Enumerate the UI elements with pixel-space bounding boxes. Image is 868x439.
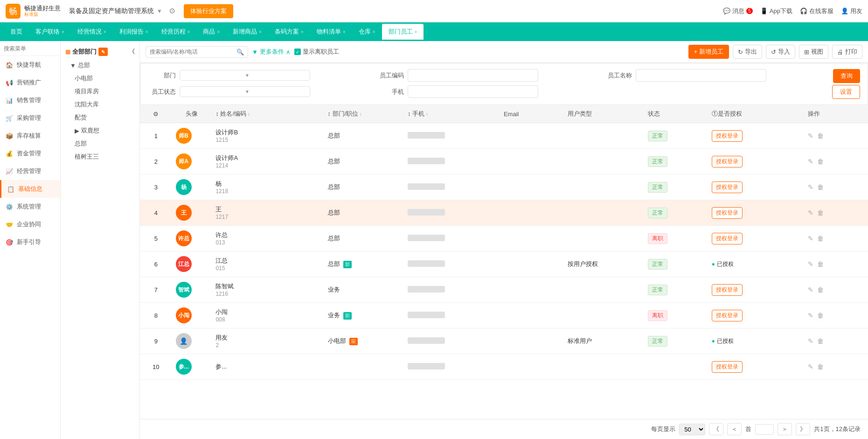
emp-status-select[interactable]: ▼ [180, 86, 310, 97]
auth-login-button[interactable]: 授权登录 [712, 130, 743, 142]
close-icon[interactable]: × [146, 29, 148, 35]
sidebar-item-marketing[interactable]: 📢营销推广 [0, 74, 60, 91]
query-button[interactable]: 查询 [833, 69, 860, 83]
delete-icon[interactable]: 🗑 [817, 312, 824, 319]
first-page-button[interactable]: 《 [709, 423, 723, 435]
search-input[interactable] [150, 49, 235, 55]
dept-node-headquarters-expand[interactable]: ▼ 总部 [61, 59, 139, 72]
close-icon[interactable]: × [343, 29, 346, 35]
trial-button[interactable]: 体验行业方案 [184, 4, 233, 18]
sidebar-item-sales[interactable]: 📊销售管理 [0, 91, 60, 109]
more-conditions-button[interactable]: ▼ 更多条件 ∧ [252, 48, 291, 56]
tab-customer[interactable]: 客户联络 × [29, 24, 71, 40]
dept-node-shenyangdaku[interactable]: 沈阳大库 [61, 98, 139, 111]
tab-bom[interactable]: 物料清单 × [310, 24, 352, 40]
delete-icon[interactable]: 🗑 [817, 235, 824, 242]
edit-icon[interactable]: ✎ [808, 235, 813, 242]
delete-icon[interactable]: 🗑 [817, 286, 824, 293]
phone-input[interactable] [408, 85, 538, 98]
settings-icon[interactable]: ⚙ [169, 7, 175, 15]
dept-node-zhishuwang[interactable]: 植树王三 [61, 150, 139, 163]
edit-icon[interactable]: ✎ [808, 286, 813, 293]
tab-profit[interactable]: 利润报告 × [113, 24, 155, 40]
sidebar-item-inventory[interactable]: 📦库存核算 [0, 127, 60, 145]
dept-edit-icon[interactable]: ✎ [98, 48, 108, 56]
add-employee-button[interactable]: + 新增员工 [688, 45, 729, 59]
delete-icon[interactable]: 🗑 [817, 132, 824, 139]
delete-icon[interactable]: 🗑 [817, 183, 824, 191]
app-download-button[interactable]: 📱 App下载 [760, 7, 792, 15]
dept-node-projectroom[interactable]: 项目库房 [61, 85, 139, 98]
col-phone[interactable]: ↕ 手机 [404, 105, 500, 123]
prev-page-button[interactable]: ＜ [727, 423, 742, 435]
edit-icon[interactable]: ✎ [808, 363, 813, 370]
col-name[interactable]: ↕ 姓名/编码 [212, 105, 324, 123]
edit-icon[interactable]: ✎ [808, 337, 813, 345]
tab-warehouse[interactable]: 仓库 × [352, 24, 382, 40]
close-icon[interactable]: × [217, 29, 220, 35]
close-icon[interactable]: × [187, 29, 190, 35]
close-icon[interactable]: × [259, 29, 262, 35]
dept-collapse-icon[interactable]: 《 [129, 48, 135, 56]
auth-login-button[interactable]: 授权登录 [712, 233, 743, 244]
tab-add-goods[interactable]: 新增商品 × [226, 24, 268, 40]
auth-login-button[interactable]: 授权登录 [712, 361, 743, 373]
sidebar-item-quicknav[interactable]: 🏠快捷导航 [0, 56, 60, 74]
edit-icon[interactable]: ✎ [808, 132, 813, 139]
dept-node-xiaodibu[interactable]: 小电部 [61, 72, 139, 85]
emp-name-input[interactable] [636, 69, 766, 82]
last-page-button[interactable]: 》 [796, 423, 810, 435]
close-icon[interactable]: × [62, 29, 64, 35]
delete-icon[interactable]: 🗑 [817, 158, 824, 165]
edit-icon[interactable]: ✎ [808, 312, 813, 319]
close-icon[interactable]: × [104, 29, 106, 35]
show-resigned-toggle[interactable]: ✓ 显示离职员工 [294, 48, 339, 56]
dept-select[interactable]: ▼ [180, 70, 310, 81]
tab-operation[interactable]: 经营情况 × [71, 24, 113, 40]
sidebar-item-basicinfo[interactable]: 📋基础信息 [0, 180, 60, 198]
page-size-select[interactable]: 50 100 [679, 424, 705, 435]
dept-node-zongbu[interactable]: 总部 [61, 137, 139, 150]
print-button[interactable]: 🖨 打印 [832, 45, 862, 59]
search-input-wrap[interactable]: 🔍 [146, 46, 248, 58]
tab-employees[interactable]: 部门员工 × [382, 24, 424, 40]
close-icon[interactable]: × [415, 29, 417, 35]
edit-icon[interactable]: ✎ [808, 183, 813, 191]
close-icon[interactable]: × [373, 29, 375, 35]
tab-goods[interactable]: 商品 × [196, 24, 226, 40]
set-button[interactable]: 设置 [832, 85, 860, 99]
close-icon[interactable]: × [301, 29, 304, 35]
edit-icon[interactable]: ✎ [808, 158, 813, 165]
col-dept[interactable]: ↕ 部门/职位 [324, 105, 404, 123]
sidebar-item-purchase[interactable]: 🛒采购管理 [0, 109, 60, 127]
tab-history[interactable]: 经营历程 × [155, 24, 197, 40]
next-page-button[interactable]: ＞ [778, 423, 792, 435]
import-button[interactable]: ↺ 导入 [766, 45, 795, 59]
dept-node-peihuo[interactable]: 配货 [61, 111, 139, 124]
auth-login-button[interactable]: 授权登录 [712, 207, 743, 219]
edit-icon[interactable]: ✎ [808, 209, 813, 216]
dropdown-arrow-icon[interactable]: ▼ [157, 8, 162, 14]
delete-icon[interactable]: 🗑 [817, 209, 824, 216]
user-avatar[interactable]: 👤 用友 [841, 7, 862, 15]
auth-login-button[interactable]: 授权登录 [712, 310, 743, 321]
online-service-button[interactable]: 🎧 在线客服 [800, 7, 833, 15]
edit-icon[interactable]: ✎ [808, 260, 813, 268]
auth-login-button[interactable]: 授权登录 [712, 284, 743, 296]
dept-node-shuanglu[interactable]: ▶ 双鹿想 [61, 124, 139, 137]
delete-icon[interactable]: 🗑 [817, 260, 824, 268]
export-button[interactable]: ↻ 导出 [733, 45, 762, 59]
sidebar-item-operations[interactable]: 📈经营管理 [0, 162, 60, 180]
emp-code-input[interactable] [408, 69, 538, 82]
view-button[interactable]: ⊞ 视图 [799, 45, 828, 59]
sidebar-item-finance[interactable]: 💰资金管理 [0, 145, 60, 162]
tab-home[interactable]: 首页 [4, 24, 29, 40]
tab-barcode[interactable]: 条码方案 × [268, 24, 310, 40]
delete-icon[interactable]: 🗑 [817, 363, 824, 370]
sidebar-item-system[interactable]: ⚙️系统管理 [0, 198, 60, 216]
page-number-input[interactable]: 1 [755, 424, 774, 435]
auth-login-button[interactable]: 授权登录 [712, 156, 743, 167]
messages-button[interactable]: 💬 消息 5 [723, 7, 753, 15]
col-settings[interactable]: ⚙ [140, 105, 172, 123]
sidebar-item-collab[interactable]: 🤝企业协同 [0, 216, 60, 233]
